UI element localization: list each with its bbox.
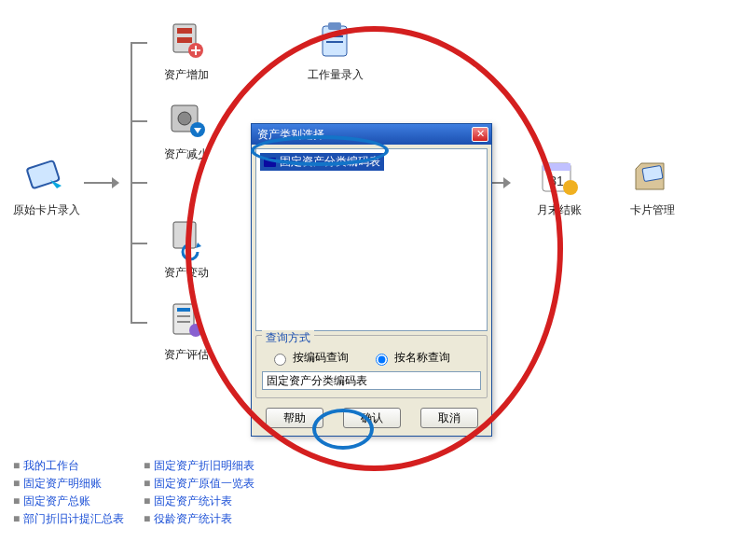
link-column-1: ■我的工作台 ■固定资产明细账 ■固定资产总账 ■部门折旧计提汇总表 — [13, 456, 124, 529]
link-original-value-list[interactable]: ■固定资产原值一览表 — [144, 476, 254, 492]
node-asset-add[interactable]: 资产增加 — [149, 19, 224, 83]
list-item-selected[interactable]: 固定资产分类编码表 — [260, 153, 384, 171]
appraise-icon — [164, 299, 209, 343]
card-icon — [24, 154, 69, 199]
link-depreciation-detail[interactable]: ■固定资产折旧明细表 — [144, 458, 254, 474]
radio-by-code[interactable]: 按编码查询 — [269, 350, 349, 366]
node-label: 资产评估 — [149, 347, 224, 363]
query-input[interactable] — [262, 371, 481, 390]
svg-rect-11 — [177, 315, 190, 317]
svg-rect-3 — [177, 37, 192, 43]
svg-rect-8 — [173, 222, 196, 248]
link-asset-general-ledger[interactable]: ■固定资产总账 — [13, 493, 124, 509]
node-card-mgmt[interactable]: 卡片管理 — [615, 154, 690, 218]
svg-rect-2 — [177, 28, 192, 34]
folder-card-icon — [630, 154, 675, 199]
clipboard-icon — [313, 19, 358, 63]
svg-rect-15 — [328, 22, 341, 30]
ok-button[interactable]: 确认 — [343, 408, 401, 428]
svg-text:31: 31 — [549, 174, 564, 188]
node-label: 工作量录入 — [298, 67, 373, 83]
radio-by-name[interactable]: 按名称查询 — [371, 350, 450, 366]
close-icon[interactable]: ✕ — [472, 127, 488, 142]
node-asset-reduce[interactable]: 资产减少 — [149, 98, 224, 162]
link-column-2: ■固定资产折旧明细表 ■固定资产原值一览表 ■固定资产统计表 ■役龄资产统计表 — [144, 456, 254, 529]
box-cycle-icon — [164, 216, 209, 261]
list-item-label: 固定资产分类编码表 — [280, 154, 380, 170]
svg-rect-17 — [326, 41, 343, 43]
dialog-titlebar[interactable]: 资产类别选择 ✕ — [252, 124, 491, 145]
link-asset-stat[interactable]: ■固定资产统计表 — [144, 493, 254, 509]
asset-category-dialog: 资产类别选择 ✕ 固定资产分类编码表 查询方式 按编码查询 按名称查询 — [251, 123, 492, 437]
node-label: 资产变动 — [149, 265, 224, 281]
radio-by-code-input[interactable] — [274, 354, 286, 366]
svg-rect-10 — [177, 308, 190, 312]
group-title: 查询方式 — [262, 330, 314, 346]
svg-rect-16 — [326, 35, 343, 37]
node-label: 原始卡片录入 — [9, 202, 84, 218]
svg-rect-12 — [177, 321, 190, 323]
category-list[interactable]: 固定资产分类编码表 — [255, 148, 488, 331]
link-my-workbench[interactable]: ■我的工作台 — [13, 458, 124, 474]
link-service-age-stat[interactable]: ■役龄资产统计表 — [144, 511, 254, 527]
node-label: 月末结账 — [522, 202, 597, 218]
safe-reduce-icon — [164, 98, 209, 143]
node-origin-card-input[interactable]: 原始卡片录入 — [9, 154, 84, 218]
node-asset-change[interactable]: 资产变动 — [149, 216, 224, 281]
node-asset-appraise[interactable]: 资产评估 — [149, 299, 224, 363]
help-button[interactable]: 帮助 — [266, 408, 323, 428]
link-dept-depreciation-summary[interactable]: ■部门折旧计提汇总表 — [13, 511, 124, 527]
calendar-close-icon: 31 — [537, 154, 582, 199]
node-month-close[interactable]: 31 月末结账 — [522, 154, 597, 218]
node-label: 资产减少 — [149, 146, 224, 162]
query-mode-group: 查询方式 按编码查询 按名称查询 — [255, 335, 488, 398]
dialog-button-row: 帮助 确认 取消 — [252, 402, 491, 436]
dialog-title: 资产类别选择 — [257, 127, 324, 143]
node-label: 资产增加 — [149, 67, 224, 83]
node-workload-input[interactable]: 工作量录入 — [298, 19, 373, 83]
folder-icon — [264, 158, 276, 167]
link-asset-detail-ledger[interactable]: ■固定资产明细账 — [13, 476, 124, 492]
svg-rect-19 — [543, 163, 570, 171]
radio-by-name-input[interactable] — [376, 354, 388, 366]
svg-rect-22 — [642, 165, 663, 181]
node-label: 卡片管理 — [615, 202, 690, 218]
svg-point-21 — [563, 180, 578, 195]
svg-point-13 — [189, 324, 202, 337]
cabinet-add-icon — [164, 19, 209, 63]
svg-point-6 — [178, 112, 191, 125]
cancel-button[interactable]: 取消 — [420, 408, 478, 428]
